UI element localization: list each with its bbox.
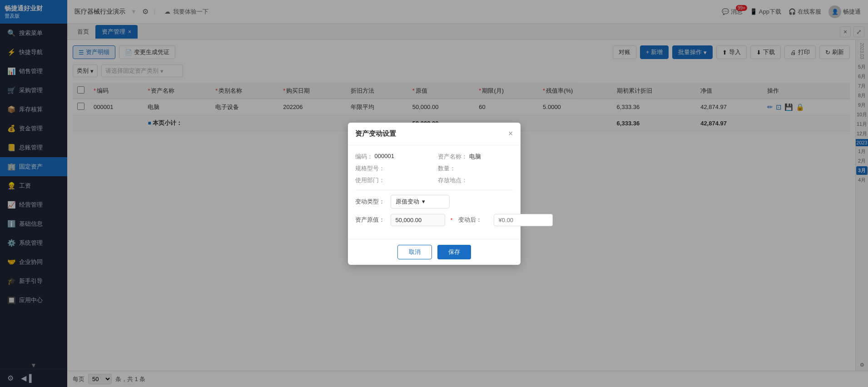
modal-info-grid: 编码： 000001 资产名称： 电脑 规格型号： 数量： 使用部门： [355,153,513,184]
modal-quantity-field: 数量： [438,164,513,173]
modal-after-change-label: 变动后： [458,216,490,224]
modal-value-row: 资产原值： 50,000.00 * 变动后： [355,214,513,226]
modal-divider [355,190,513,190]
modal-body: 编码： 000001 资产名称： 电脑 规格型号： 数量： 使用部门： [348,145,521,239]
modal-cancel-button[interactable]: 取消 [397,245,432,259]
asset-change-modal: 资产变动设置 × 编码： 000001 资产名称： 电脑 规格型号： 数量： [348,123,521,265]
modal-footer: 取消 保存 [348,239,521,265]
modal-asset-name-field: 资产名称： 电脑 [438,153,513,161]
modal-code-field: 编码： 000001 [355,153,431,161]
modal-header: 资产变动设置 × [348,123,521,145]
modal-location-field: 存放地点： [438,176,513,184]
modal-original-value-display: 50,000.00 [391,214,445,226]
modal-change-type-label: 变动类型： [355,198,387,206]
modal-department-field: 使用部门： [355,176,431,184]
modal-after-change-input[interactable] [494,214,553,226]
chevron-down-icon: ▾ [422,198,425,205]
modal-title: 资产变动设置 [355,129,396,138]
required-star: * [451,217,453,223]
modal-spec-field: 规格型号： [355,164,431,173]
modal-change-type-row: 变动类型： 原值变动 ▾ [355,195,513,208]
modal-change-type-select[interactable]: 原值变动 ▾ [391,195,450,208]
modal-overlay: 资产变动设置 × 编码： 000001 资产名称： 电脑 规格型号： 数量： [0,0,868,387]
modal-save-button[interactable]: 保存 [437,245,471,259]
modal-original-value-label: 资产原值： [355,216,387,224]
modal-close-button[interactable]: × [508,129,513,139]
